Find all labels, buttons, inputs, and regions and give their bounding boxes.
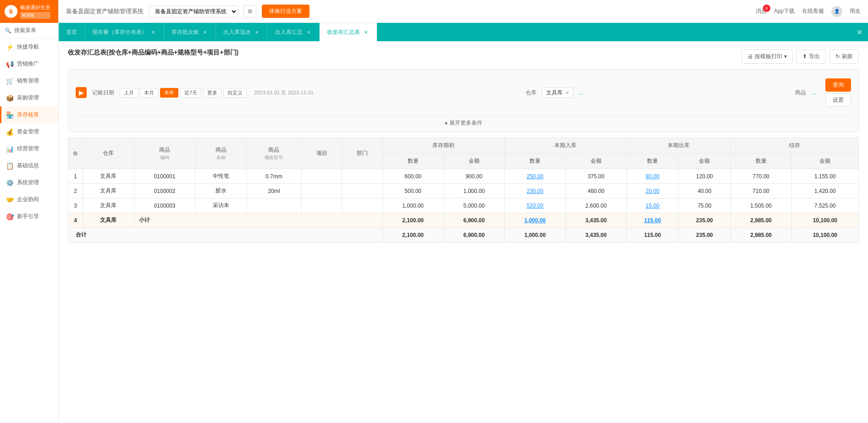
sidebar-item-marketing[interactable]: 📢营销推广 [0,55,58,72]
th-opening-group: 库存期初 [382,138,504,154]
goods-more-btn[interactable]: ... [812,89,816,96]
sidebar-item-system[interactable]: ⚙️系统管理 [0,174,58,191]
logo-number: 6 [9,8,13,15]
th-in-amt: 金额 [565,154,626,169]
total-closing-amt: 10,100.00 [791,228,858,242]
th-goods-code: 商品编码 [134,138,195,169]
warehouse-label: 仓库 [525,89,536,97]
system-selector[interactable]: 装备及固定资产辅助管理系统 [149,5,238,17]
total-label: 合计 [68,228,383,242]
date-btn-1[interactable]: 本月 [140,88,158,98]
date-btn-2[interactable]: 本年 [160,88,178,98]
total-out-amt: 235.00 [679,228,730,242]
date-btn-5[interactable]: 自定义 [223,88,247,98]
tab-inventory-dist[interactable]: 现存量（库存分布表）✕ [85,23,164,41]
expand-btn[interactable]: ▾ 展开更多条件 [445,119,482,127]
sidebar-item-guide[interactable]: 🎯新手引导 [0,208,58,225]
export-btn[interactable]: ⬆ 导出 [796,49,826,64]
sidebar-icon-purchase: 📦 [6,94,13,102]
sidebar-icon-sales: 🛒 [6,77,13,85]
tab-home[interactable]: 首页 [59,23,85,41]
total-in-amt: 3,435.00 [565,228,626,242]
trial-button[interactable]: 体验行业方案 [262,5,310,18]
goods-label: 商品 [795,89,806,97]
th-out-amt: 金额 [679,154,730,169]
message-icon[interactable]: 消息 6 [756,7,767,15]
subtotal-row: 4 文具库 小计 2,100.00 6,900.00 1,000.00 3,43… [68,213,859,228]
warehouse-more-btn[interactable]: ... [579,89,583,96]
print-btn[interactable]: 🖨 按模板打印 ▾ [741,49,793,64]
tab-label-home: 首页 [66,28,77,36]
th-in-group: 本期入库 [504,138,626,154]
refresh-btn[interactable]: ↻ 刷新 [829,49,859,64]
sidebar-item-quick[interactable]: ⚡快捷导航 [0,38,58,55]
th-closing-qty: 数量 [730,154,791,169]
sidebar-icon-enterprise: 🤝 [6,196,13,203]
th-goods-name: 商品名称 [195,138,247,169]
filter-toggle-btn[interactable]: ▶ [76,87,87,98]
query-btn[interactable]: 查询 [825,78,851,92]
th-in-qty: 数量 [504,154,565,169]
sidebar-item-operation[interactable]: 📊经营管理 [0,140,58,157]
tab-flow[interactable]: 出入库流水✕ [216,23,268,41]
date-range: 2023-01-01 至 2023-12-31 [254,89,314,96]
th-closing-amt: 金额 [791,154,858,169]
sidebar-item-inventory[interactable]: 🏪库存核算 [0,106,58,123]
close-all-tabs[interactable]: ✕ [851,28,868,37]
app-logo: 6 畅捷通好生意 标准版 [0,0,58,23]
date-buttons: 上月本月本年近7天更多自定义 [120,88,247,98]
tab-batch[interactable]: 库存批次账✕ [164,23,216,41]
sidebar-item-basic[interactable]: 📋基础信息 [0,157,58,174]
tab-label-summary: 出入库汇总 [275,28,303,36]
tab-label-receive-summary: 收发存汇总表 [327,28,360,36]
online-service-link[interactable]: 在线客服 [802,7,824,15]
sidebar-icon-inventory: 🏪 [6,111,13,119]
total-out-qty: 115.00 [626,228,678,242]
tab-close-summary[interactable]: ✕ [305,29,312,35]
tab-label-flow: 出入库流水 [223,28,251,36]
sidebar-label-system: 系统管理 [17,179,39,187]
tab-close-flow[interactable]: ✕ [254,29,260,35]
logo-icon: 6 [5,5,17,18]
th-opening-qty: 数量 [382,154,443,169]
date-btn-4[interactable]: 更多 [203,88,221,98]
th-opening-amt: 金额 [443,154,504,169]
tab-summary[interactable]: 出入库汇总✕ [268,23,320,41]
header-left: 装备及固定资产辅助管理系统 装备及固定资产辅助管理系统 ⚙ 体验行业方案 [66,5,310,18]
th-goods-spec: 商品规格型号 [247,138,302,169]
setting-btn[interactable]: 设置 [825,93,851,107]
sidebar-label-marketing: 营销推广 [17,60,39,68]
user-name[interactable]: 用友 [850,7,861,15]
sidebar-item-finance[interactable]: 💰资金管理 [0,123,58,140]
total-closing-qty: 2,985.00 [730,228,791,242]
app-download-link[interactable]: App下载 [774,7,795,15]
tab-close-batch[interactable]: ✕ [202,29,208,35]
tab-close-inventory-dist[interactable]: ✕ [150,29,156,35]
filter-area: ▶ 记账日期 上月本月本年近7天更多自定义 2023-01-01 至 2023-… [68,70,859,132]
sidebar-label-basic: 基础信息 [17,162,39,170]
sidebar-label-purchase: 采购管理 [17,94,39,102]
settings-icon-btn[interactable]: ⚙ [243,5,256,18]
sidebar-item-sales[interactable]: 🛒销售管理 [0,72,58,89]
date-btn-3[interactable]: 近7天 [180,88,201,98]
tab-bar: 首页现存量（库存分布表）✕库存批次账✕出入库流水✕出入库汇总✕收发存汇总表✕✕ [59,23,868,41]
sidebar-item-purchase[interactable]: 📦采购管理 [0,89,58,106]
date-label: 记账日期 [92,89,114,97]
page-title: 收发存汇总表(按仓库+商品编码+商品+规格型号+项目+部门) [68,49,238,57]
th-project: 项目 [301,138,342,169]
tab-receive-summary[interactable]: 收发存汇总表✕ [320,23,377,41]
app-badge: 标准版 [20,12,50,19]
sidebar-item-enterprise[interactable]: 🤝企业协同 [0,191,58,208]
date-btn-0[interactable]: 上月 [120,88,138,98]
tab-close-receive-summary[interactable]: ✕ [363,29,369,35]
refresh-icon: ↻ [835,53,840,60]
th-out-qty: 数量 [626,154,678,169]
total-opening-amt: 6,900.00 [443,228,504,242]
search-menu[interactable]: 🔍 搜索菜单 [0,23,58,38]
th-settings[interactable]: ⚙ [68,138,83,169]
search-label: 搜索菜单 [14,27,36,34]
sidebar-label-inventory: 库存核算 [17,111,39,119]
message-badge: 6 [763,5,770,12]
warehouse-tag-remove[interactable]: ✕ [565,90,569,95]
sidebar-icon-finance: 💰 [6,128,13,136]
